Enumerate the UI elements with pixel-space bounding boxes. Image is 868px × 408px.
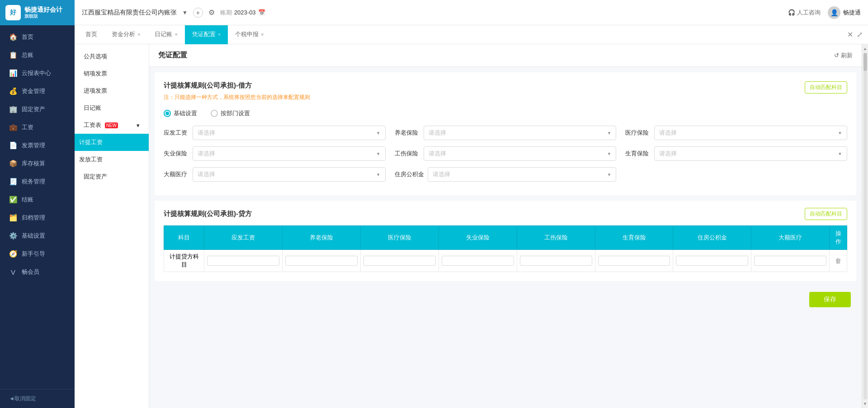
tab-voucher-close[interactable]: × xyxy=(218,32,221,37)
user-menu[interactable]: 👤 畅捷通 xyxy=(828,6,861,19)
tab-journal[interactable]: 日记账 × xyxy=(147,25,184,44)
select-sybx2[interactable]: 请选择 ▼ xyxy=(654,146,847,161)
debit-auto-match-button[interactable]: 自动匹配科目 xyxy=(805,81,847,94)
sidebar-item-archive[interactable]: 🗂️ 归档管理 xyxy=(0,209,75,227)
label-dale: 大额医疗 xyxy=(164,170,189,178)
td-sybx2[interactable] xyxy=(595,250,673,272)
label-ylbx: 养老保险 xyxy=(395,129,420,137)
refresh-button[interactable]: ↺ 刷新 xyxy=(834,52,853,60)
select-ylbx[interactable]: 请选择 ▼ xyxy=(424,126,617,140)
sidebar-item-fund[interactable]: 💰 资金管理 xyxy=(0,82,75,100)
select-gsbx-arrow: ▼ xyxy=(607,151,611,156)
left-nav-purchase-invoice[interactable]: 进项发票 xyxy=(75,82,149,99)
sidebar-item-label: 结账 xyxy=(22,196,33,204)
add-company-button[interactable]: + xyxy=(193,8,203,18)
tab-voucher-config[interactable]: 凭证配置 × xyxy=(185,25,228,44)
tab-fund-analysis[interactable]: 资金分析 × xyxy=(104,25,147,44)
td-action[interactable]: 🗑 xyxy=(830,250,847,272)
expand-icon[interactable]: ⤢ xyxy=(857,30,863,39)
tab-voucher-label: 凭证配置 xyxy=(192,30,216,38)
select-sybx[interactable]: 请选择 ▼ xyxy=(193,146,386,161)
radio-basic[interactable]: 基础设置 xyxy=(164,109,197,117)
unpin-button[interactable]: ◄取消固定 xyxy=(0,389,75,408)
select-dale[interactable]: 请选择 ▼ xyxy=(193,167,386,182)
field-sybx2: 生育保险 请选择 ▼ xyxy=(625,146,847,161)
gear-icon[interactable]: ⚙ xyxy=(208,8,215,17)
left-nav-accrual-salary[interactable]: 计提工资 xyxy=(75,134,149,151)
input-ylbx2[interactable] xyxy=(363,256,436,266)
label-yfgz: 应发工资 xyxy=(164,129,189,137)
input-ylbx[interactable] xyxy=(285,256,358,266)
select-ylbx2[interactable]: 请选择 ▼ xyxy=(654,126,847,140)
td-sybx[interactable] xyxy=(439,250,517,272)
sidebar-item-settings[interactable]: ⚙️ 基础设置 xyxy=(0,227,75,245)
sidebar-item-close-account[interactable]: ✅ 结账 xyxy=(0,191,75,209)
credit-auto-match-button[interactable]: 自动匹配科目 xyxy=(805,208,847,220)
input-sybx[interactable] xyxy=(442,256,514,266)
td-dale[interactable] xyxy=(751,250,830,272)
left-nav-public[interactable]: 公共选项 xyxy=(75,48,149,65)
save-button[interactable]: 保存 xyxy=(809,292,851,307)
radio-department[interactable]: 按部门设置 xyxy=(211,109,250,117)
tab-home[interactable]: 首页 xyxy=(78,25,104,44)
sidebar-item-home[interactable]: 🏠 首页 xyxy=(0,28,75,46)
select-zfgjj[interactable]: 请选择 ▼ xyxy=(428,167,617,182)
sidebar-item-label: 税务管理 xyxy=(22,178,45,186)
sidebar-item-fixed-assets[interactable]: 🏢 固定资产 xyxy=(0,100,75,118)
scroll-up-arrow[interactable]: ▲ xyxy=(862,45,868,52)
sidebar-item-salary[interactable]: 💼 工资 xyxy=(0,118,75,136)
page-header: 凭证配置 ↺ 刷新 xyxy=(149,44,862,67)
credit-table: 科目 应发工资 养老保险 医疗保险 失业保险 工伤保险 生育保险 住房公积金 大… xyxy=(164,225,847,272)
right-scrollbar: ▲ ▼ xyxy=(862,44,868,408)
td-ylbx2[interactable] xyxy=(360,250,439,272)
tab-tax-return[interactable]: 个税申报 × xyxy=(228,25,271,44)
sidebar-item-inventory[interactable]: 📦 库存核算 xyxy=(0,155,75,173)
sidebar-item-vip[interactable]: V 畅会员 xyxy=(0,263,75,281)
sidebar-item-cloud-report[interactable]: 📊 云报表中心 xyxy=(0,64,75,82)
inventory-icon: 📦 xyxy=(9,159,17,168)
refresh-label: 刷新 xyxy=(841,52,853,60)
input-yfgz[interactable] xyxy=(207,256,279,266)
left-nav-journal[interactable]: 日记账 xyxy=(75,99,149,117)
app-name: 畅捷通好会计 xyxy=(24,6,62,14)
select-gsbx[interactable]: 请选择 ▼ xyxy=(424,146,617,161)
period-value: 2023-03 xyxy=(234,9,256,16)
topbar-right: 🎧 人工咨询 👤 畅捷通 xyxy=(788,6,861,19)
sidebar-item-invoice[interactable]: 📄 发票管理 xyxy=(0,136,75,155)
sidebar-item-label: 首页 xyxy=(22,33,33,41)
td-ylbx[interactable] xyxy=(283,250,361,272)
company-name: 江西服宝精品有限责任公司内账张 xyxy=(82,9,177,17)
input-sybx2[interactable] xyxy=(598,256,670,266)
sidebar-item-guide[interactable]: 🧭 新手引导 xyxy=(0,245,75,263)
td-zfgjj[interactable] xyxy=(673,250,751,272)
sidebar-item-label: 工资 xyxy=(22,123,33,131)
radio-dept-circle xyxy=(211,110,218,117)
sidebar-item-ledger[interactable]: 📋 总账 xyxy=(0,46,75,64)
close-tab-icon[interactable]: ✕ xyxy=(847,30,853,39)
input-dale[interactable] xyxy=(754,256,826,266)
service-button[interactable]: 🎧 人工咨询 xyxy=(788,9,821,17)
company-dropdown[interactable]: ▼ xyxy=(182,9,188,16)
scroll-track[interactable] xyxy=(863,53,867,399)
th-zfgjj: 住房公积金 xyxy=(673,226,751,250)
page-area: 公共选项 销项发票 进项发票 日记账 工资表 NEW ▾ 计提工资 xyxy=(75,44,868,408)
input-gsbx[interactable] xyxy=(520,256,592,266)
left-nav-pay-salary[interactable]: 发放工资 xyxy=(75,151,149,168)
sidebar-item-label: 云报表中心 xyxy=(22,69,51,77)
left-nav-sales-invoice[interactable]: 销项发票 xyxy=(75,65,149,82)
tab-fund-close[interactable]: × xyxy=(137,32,140,37)
sidebar-item-tax[interactable]: 🧾 税务管理 xyxy=(0,173,75,191)
tab-tax-close[interactable]: × xyxy=(261,32,264,37)
select-yfgz[interactable]: 请选择 ▼ xyxy=(193,126,386,140)
select-yfgz-placeholder: 请选择 xyxy=(198,129,215,137)
calendar-icon[interactable]: 📅 xyxy=(258,9,265,16)
input-zfgjj[interactable] xyxy=(676,256,748,266)
left-nav-payroll-table[interactable]: 工资表 NEW ▾ xyxy=(75,117,149,134)
table-row: 计提贷方科目 🗑 xyxy=(164,250,847,272)
tab-journal-close[interactable]: × xyxy=(175,32,177,37)
scroll-down-arrow[interactable]: ▼ xyxy=(862,400,868,407)
left-nav-fixed-assets[interactable]: 固定资产 xyxy=(75,168,149,185)
td-yfgz[interactable] xyxy=(204,250,283,272)
td-gsbx[interactable] xyxy=(517,250,595,272)
settings-icon: ⚙️ xyxy=(9,232,17,240)
